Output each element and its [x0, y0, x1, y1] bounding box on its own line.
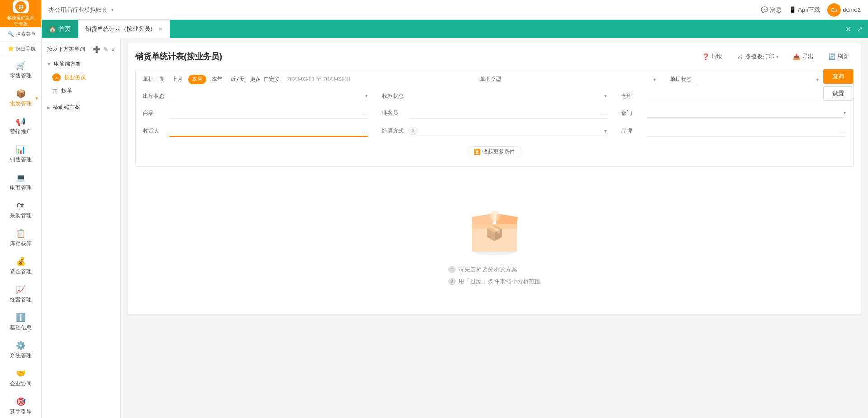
filter-area: 单据日期 上月 本月 本年 近7天 更多 自定义 20: [135, 69, 854, 167]
brand-control: …: [647, 126, 846, 137]
consignee-input-wrap[interactable]: …: [169, 125, 368, 137]
filter-date: 单据日期 上月 本月 本年 近7天 更多 自定义 20: [143, 75, 465, 84]
date-filter-controls: 上月 本月 本年 近7天 更多 自定义 2023-03-01 至 2023-03…: [169, 75, 351, 84]
by-order-icon: ⊞: [52, 87, 58, 95]
purchase-icon: 🛍: [17, 201, 25, 210]
quick-nav-item[interactable]: ⭐ 快捷导航: [0, 42, 41, 56]
salesperson-input-wrap[interactable]: …: [408, 108, 607, 119]
panel-header-icons: ➕ ✎ «: [93, 46, 115, 53]
sidebar-item-system[interactable]: ⚙️ 系统管理: [0, 336, 41, 364]
sidebar-item-enterprise[interactable]: 🤝 企业协同: [0, 364, 41, 392]
filter-warehouse: 仓库 …: [621, 90, 846, 101]
tab-close-window-icon[interactable]: ✕: [845, 25, 851, 33]
print-btn[interactable]: 🖨 按模板打印 ▾: [733, 51, 783, 62]
department-select[interactable]: ▾: [647, 109, 846, 118]
sidebar-item-ecommerce[interactable]: 💻 电商管理: [0, 168, 41, 196]
payment-label: 收款状态: [382, 92, 405, 100]
settlement-tag-close-icon[interactable]: ×: [411, 128, 415, 134]
date-tab-custom[interactable]: 自定义: [264, 76, 280, 83]
tab-home-label: 首页: [59, 25, 71, 33]
salesperson-dots[interactable]: …: [601, 109, 607, 116]
help-btn[interactable]: ❓ 帮助: [698, 51, 727, 62]
mobile-scheme-header[interactable]: ▶ 移动端方案: [42, 101, 120, 114]
sidebar-item-wholesale[interactable]: 📦 批发管理: [0, 84, 41, 112]
brand-input-wrap[interactable]: …: [647, 126, 846, 137]
export-btn[interactable]: 📤 导出: [788, 51, 818, 62]
hint2-text: 用「过滤」条件来缩小分析范围: [458, 277, 541, 285]
refresh-label: 刷新: [837, 52, 849, 61]
date-tab-more[interactable]: 更多: [250, 76, 261, 83]
settlement-input-wrap[interactable]: × ▾: [408, 125, 607, 137]
message-btn[interactable]: 💬 消息: [761, 6, 782, 14]
panel-header: 按以下方案查询 ➕ ✎ «: [42, 43, 120, 56]
enterprise-icon: 🤝: [16, 369, 26, 379]
collapse-up-icon: ⏫: [474, 149, 481, 155]
settlement-arrow: ▾: [604, 128, 607, 133]
empty-hint-1: 1 请先选择要分析的方案: [448, 266, 541, 274]
tab-close-icon[interactable]: ×: [159, 26, 162, 32]
payment-control: ▾: [408, 91, 607, 100]
goods-dots[interactable]: …: [362, 109, 368, 116]
goods-input-wrap[interactable]: …: [169, 108, 368, 119]
breadcrumb-dropdown-icon[interactable]: ▾: [111, 7, 113, 12]
date-tab-this-year[interactable]: 本年: [209, 75, 225, 84]
consignee-dots[interactable]: …: [362, 127, 368, 134]
filter-row-3: 商品 … 业务员: [143, 108, 846, 119]
department-arrow: ▾: [844, 110, 846, 115]
refresh-btn[interactable]: 🔄 刷新: [824, 51, 854, 62]
sidebar-item-inventory[interactable]: 📋 库存核算: [0, 224, 41, 252]
sidebar-item-retail[interactable]: 🛒 零售管理: [0, 56, 41, 84]
scheme-by-order[interactable]: ⊞ 按单: [42, 84, 120, 97]
tab-sales-stat[interactable]: 销货单统计表（按业务员） ×: [78, 20, 170, 38]
filter-doc-status: 单据状态 ▾: [670, 75, 846, 84]
warehouse-dots[interactable]: …: [840, 92, 846, 99]
brand-label: 品牌: [621, 127, 644, 135]
filter-consignee: 收货人 …: [143, 125, 368, 137]
finance-label: 资金管理: [10, 268, 32, 276]
collapse-panel-icon[interactable]: «: [111, 46, 115, 53]
desktop-scheme-header[interactable]: ▼ 电脑端方案: [42, 57, 120, 71]
outbound-arrow: ▾: [365, 93, 368, 98]
search-menu-item[interactable]: 🔍 搜索菜单: [0, 27, 41, 42]
sidebar-item-sales[interactable]: 📊 销售管理: [0, 140, 41, 168]
scheme-by-salesperson[interactable]: 人 按业务员: [42, 71, 120, 84]
query-button[interactable]: 查询: [823, 69, 853, 84]
by-salesperson-label: 按业务员: [64, 74, 86, 81]
date-tab-last7[interactable]: 近7天: [228, 75, 247, 84]
user-profile-btn[interactable]: Ea demo2: [827, 3, 861, 17]
search-label: 搜索菜单: [16, 31, 36, 38]
topbar-left: 办公用品行业模拟账套 ▾: [49, 6, 113, 14]
payment-arrow: ▾: [604, 93, 607, 98]
date-tab-last-month[interactable]: 上月: [169, 75, 185, 84]
main-content-card: 销货单统计表(按业务员) ❓ 帮助 🖨 按模板打印 ▾ 📤: [128, 43, 861, 314]
add-scheme-icon[interactable]: ➕: [93, 46, 100, 53]
edit-scheme-icon[interactable]: ✎: [103, 46, 108, 53]
app-download-btn[interactable]: 📱 App下载: [789, 6, 820, 14]
sidebar-item-marketing[interactable]: 📢 营销推广: [0, 112, 41, 140]
sidebar-item-operation[interactable]: 📈 经营管理: [0, 280, 41, 308]
tab-home[interactable]: 🏠 首页: [42, 20, 78, 38]
sidebar-item-finance[interactable]: 💰 资金管理: [0, 252, 41, 280]
collapse-bar: ⏫ 收起更多条件: [143, 142, 846, 161]
collapse-conditions-btn[interactable]: ⏫ 收起更多条件: [467, 146, 522, 157]
payment-select[interactable]: ▾: [408, 91, 607, 100]
hint1-num: 1: [448, 266, 456, 273]
collapse-label: 收起更多条件: [482, 148, 515, 156]
goods-label: 商品: [143, 109, 165, 117]
help-label: 帮助: [711, 52, 723, 61]
settlement-control: × ▾: [408, 125, 607, 137]
sidebar-item-purchase[interactable]: 🛍 采购管理: [0, 196, 41, 224]
warehouse-input-wrap[interactable]: …: [647, 90, 846, 101]
finance-icon: 💰: [16, 256, 26, 266]
sidebar-item-newbie[interactable]: 🎯 新手引导: [0, 392, 41, 418]
tab-maximize-icon[interactable]: ⤢: [857, 25, 863, 33]
outbound-select[interactable]: ▾: [169, 91, 368, 100]
sidebar-item-basic[interactable]: ℹ️ 基础信息: [0, 308, 41, 336]
brand-dots[interactable]: …: [840, 128, 846, 134]
consignee-control: …: [169, 125, 368, 137]
date-tab-this-month[interactable]: 本月: [188, 75, 206, 84]
export-icon: 📤: [793, 53, 800, 60]
filter-row-1: 单据日期 上月 本月 本年 近7天 更多 自定义 20: [143, 75, 846, 84]
doc-type-select[interactable]: ▾: [506, 75, 656, 84]
logo-text: 畅捷通好生意 标准版: [7, 15, 34, 27]
